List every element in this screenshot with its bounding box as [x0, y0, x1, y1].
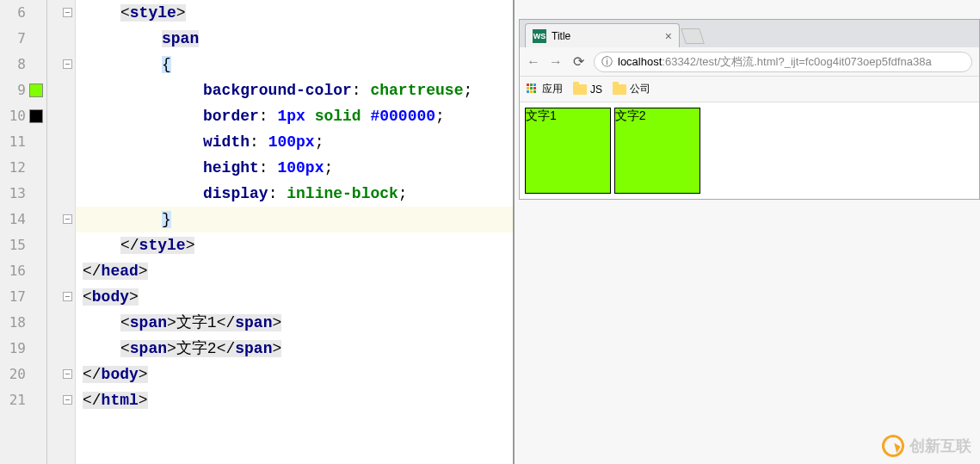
gutter: 6789101112131415161718192021 — [0, 0, 76, 464]
preview-box: 文字1 — [525, 108, 611, 194]
line-number: 20 — [0, 362, 26, 387]
watermark-icon — [879, 432, 907, 460]
line-number: 13 — [0, 181, 26, 207]
code-editor[interactable]: 6789101112131415161718192021 <style>span… — [0, 0, 515, 464]
code-line[interactable]: background-color: chartreuse; — [76, 77, 513, 103]
line-number: 11 — [0, 129, 26, 155]
new-tab-button[interactable] — [681, 28, 705, 44]
color-swatch-icon[interactable] — [29, 84, 43, 97]
line-number: 17 — [0, 284, 26, 310]
tab-title: Title — [552, 30, 570, 42]
code-line[interactable]: </style> — [76, 232, 513, 258]
fold-icon[interactable] — [63, 8, 72, 17]
preview-box: 文字2 — [614, 108, 700, 194]
code-line[interactable]: display: inline-block; — [76, 181, 513, 207]
bookmark-item[interactable]: JS — [573, 82, 602, 96]
bookmarks-bar: 应用 JS公司 — [520, 77, 979, 102]
line-number: 18 — [0, 310, 26, 336]
line-number: 15 — [0, 232, 26, 258]
forward-icon: → — [549, 54, 563, 70]
reload-icon[interactable]: ⟳ — [571, 53, 585, 70]
apps-button[interactable]: 应用 — [527, 82, 563, 96]
browser-tab[interactable]: WS Title × — [525, 23, 680, 47]
apps-label: 应用 — [542, 82, 563, 96]
code-line[interactable]: <body> — [76, 284, 513, 310]
line-number: 9 — [0, 77, 26, 103]
code-line[interactable]: span — [76, 26, 513, 52]
code-line[interactable]: </html> — [76, 387, 513, 413]
fold-icon[interactable] — [63, 292, 72, 301]
fold-icon[interactable] — [63, 59, 72, 69]
browser-tabbar: WS Title × — [520, 20, 979, 47]
code-line[interactable]: </head> — [76, 258, 513, 284]
url-rest: :63342/test/文档流.html?_ijt=fc0og4it073oep… — [662, 54, 931, 70]
line-number: 10 — [0, 103, 26, 129]
code-line[interactable]: <span>文字1</span> — [76, 310, 513, 336]
watermark: 创新互联 — [882, 435, 971, 457]
address-bar: ← → ⟳ ⓘ localhost :63342/test/文档流.html?_… — [520, 47, 979, 77]
url-host: localhost — [618, 55, 662, 68]
code-line[interactable]: width: 100px; — [76, 129, 513, 155]
line-number: 19 — [0, 336, 26, 362]
line-number: 8 — [0, 52, 26, 77]
fold-icon[interactable] — [63, 369, 72, 379]
info-icon[interactable]: ⓘ — [601, 54, 613, 70]
page-viewport: 文字1 文字2 — [520, 102, 979, 199]
line-number: 14 — [0, 207, 26, 232]
code-line[interactable]: border: 1px solid #000000; — [76, 103, 513, 129]
color-swatch-icon[interactable] — [29, 109, 43, 123]
line-number: 21 — [0, 387, 26, 413]
folder-icon — [613, 84, 626, 95]
fold-icon[interactable] — [63, 395, 72, 405]
url-input[interactable]: ⓘ localhost :63342/test/文档流.html?_ijt=fc… — [594, 52, 972, 72]
favicon-icon: WS — [533, 29, 546, 43]
watermark-text: 创新互联 — [909, 436, 971, 456]
back-icon[interactable]: ← — [527, 54, 540, 70]
line-number: 16 — [0, 258, 26, 284]
browser-preview: WS Title × ← → ⟳ ⓘ localhost :63342/test… — [515, 0, 980, 464]
code-line[interactable]: </body> — [76, 362, 513, 387]
bookmark-label: 公司 — [630, 82, 650, 96]
code-line[interactable]: <span>文字2</span> — [76, 336, 513, 362]
code-line[interactable]: <style> — [76, 0, 513, 26]
folder-icon — [573, 84, 587, 95]
line-number: 12 — [0, 155, 26, 181]
fold-icon[interactable] — [63, 214, 72, 224]
close-icon[interactable]: × — [665, 29, 672, 43]
code-area[interactable]: <style>span{background-color: chartreuse… — [76, 0, 513, 413]
line-number: 7 — [0, 26, 26, 52]
code-line[interactable]: } — [76, 207, 513, 232]
code-line[interactable]: height: 100px; — [76, 155, 513, 181]
bookmark-item[interactable]: 公司 — [613, 82, 650, 96]
code-line[interactable]: { — [76, 52, 513, 77]
apps-icon — [527, 84, 539, 96]
bookmark-label: JS — [590, 84, 602, 96]
line-number: 6 — [0, 0, 26, 26]
